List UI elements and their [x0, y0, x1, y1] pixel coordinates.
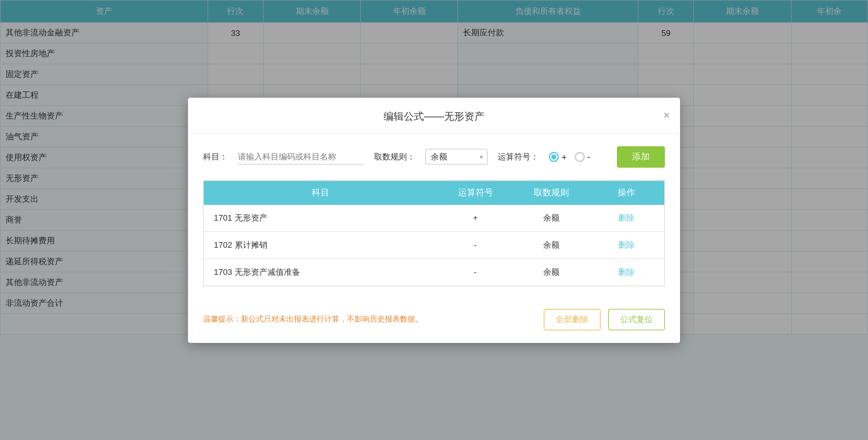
rule-label: 取数规则：	[374, 151, 415, 163]
formula-subject-cell: 1703 无形资产减值准备	[204, 258, 438, 286]
delete-all-button[interactable]: 全部删除	[544, 309, 601, 330]
radio-plus-label: +	[561, 151, 567, 162]
formula-operator-cell: +	[438, 205, 513, 232]
edit-formula-modal: 编辑公式——无形资产 × 科目： 取数规则： 余额借方贷方借方发生额贷方发生额 …	[188, 98, 680, 343]
formula-operator-cell: -	[438, 258, 513, 286]
modal-overlay: 编辑公式——无形资产 × 科目： 取数规则： 余额借方贷方借方发生额贷方发生额 …	[0, 0, 868, 440]
radio-minus-circle	[575, 152, 585, 162]
add-button[interactable]: 添加	[617, 146, 665, 168]
formula-table: 科目 运算符号 取数规则 操作 1701 无形资产+余额删除1702 累计摊销-…	[203, 180, 665, 286]
operator-label: 运算符号：	[498, 151, 539, 163]
formula-rule-cell: 余额	[513, 231, 589, 258]
modal-body: 科目： 取数规则： 余额借方贷方借方发生额贷方发生额 运算符号： + -	[188, 134, 680, 299]
delete-row-link[interactable]: 删除	[618, 240, 635, 250]
subject-input[interactable]	[238, 149, 364, 165]
rule-select-wrap: 余额借方贷方借方发生额贷方发生额	[425, 149, 488, 165]
radio-plus-circle	[549, 152, 559, 162]
formula-rule-cell: 余额	[513, 258, 589, 286]
footer-buttons: 全部删除 公式复位	[544, 309, 665, 330]
formula-subject-cell: 1701 无形资产	[204, 205, 438, 232]
modal-header: 编辑公式——无形资产 ×	[188, 98, 680, 134]
formula-action-cell: 删除	[589, 205, 665, 232]
form-row: 科目： 取数规则： 余额借方贷方借方发生额贷方发生额 运算符号： + -	[203, 146, 665, 168]
footer-tip: 温馨提示：新公式只对未出报表进行计算，不影响历史报表数据。	[203, 314, 423, 325]
radio-minus-label: -	[587, 151, 590, 162]
modal-close-button[interactable]: ×	[663, 110, 670, 121]
formula-rule-cell: 余额	[513, 205, 589, 232]
subject-label: 科目：	[203, 151, 228, 163]
delete-row-link[interactable]: 删除	[618, 267, 635, 277]
formula-table-row: 1701 无形资产+余额删除	[204, 205, 665, 232]
reset-formula-button[interactable]: 公式复位	[608, 309, 665, 330]
delete-row-link[interactable]: 删除	[618, 213, 635, 223]
radio-minus-item[interactable]: -	[575, 151, 590, 162]
modal-footer: 温馨提示：新公式只对未出报表进行计算，不影响历史报表数据。 全部删除 公式复位	[188, 299, 680, 343]
modal-title: 编辑公式——无形资产	[384, 111, 484, 122]
rule-select[interactable]: 余额借方贷方借方发生额贷方发生额	[425, 149, 488, 165]
formula-subject-cell: 1702 累计摊销	[204, 231, 438, 258]
formula-table-row: 1702 累计摊销-余额删除	[204, 231, 665, 258]
table-header-subject: 科目	[204, 180, 438, 205]
radio-plus-item[interactable]: +	[549, 151, 567, 162]
formula-operator-cell: -	[438, 231, 513, 258]
table-header-action: 操作	[589, 180, 665, 205]
formula-action-cell: 删除	[589, 231, 665, 258]
operator-radio-group: + -	[549, 151, 590, 162]
formula-table-row: 1703 无形资产减值准备-余额删除	[204, 258, 665, 286]
table-header-operator: 运算符号	[438, 180, 513, 205]
table-header-rule: 取数规则	[513, 180, 589, 205]
formula-action-cell: 删除	[589, 258, 665, 286]
